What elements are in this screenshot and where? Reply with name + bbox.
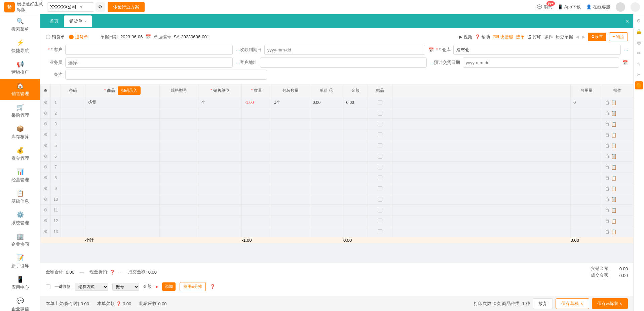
cell-goods-9[interactable] bbox=[85, 194, 159, 205]
copy-icon-1[interactable]: 📋 bbox=[611, 111, 617, 116]
copy-icon-5[interactable]: 📋 bbox=[611, 154, 617, 159]
cell-goods-5[interactable] bbox=[85, 151, 159, 162]
cell-action-8[interactable]: 🗑 📋 bbox=[602, 183, 633, 194]
logistics-btn[interactable]: + 物流 bbox=[609, 32, 628, 41]
due-date-calendar-icon[interactable]: 📅 bbox=[428, 47, 434, 52]
cell-gift-12[interactable] bbox=[368, 226, 392, 237]
sidebar-item-search[interactable]: 🔍 搜索菜单 bbox=[0, 14, 40, 36]
radio-return-order[interactable]: 退货单 bbox=[69, 34, 88, 40]
delete-icon-4[interactable]: 🗑 bbox=[605, 143, 610, 148]
cell-price-5[interactable] bbox=[310, 151, 343, 162]
cell-action-1[interactable]: 🗑 📋 bbox=[602, 108, 633, 119]
expected-date-input[interactable] bbox=[463, 57, 619, 68]
tab-close-all-btn[interactable]: × bbox=[626, 18, 629, 25]
cell-unit-4[interactable] bbox=[198, 140, 242, 151]
cell-goods-3[interactable] bbox=[85, 129, 159, 140]
customer-address-input[interactable] bbox=[260, 57, 427, 68]
cell-pkg-qty-3[interactable] bbox=[271, 129, 310, 140]
copy-icon-11[interactable]: 📋 bbox=[611, 218, 617, 224]
copy-icon-9[interactable]: 📋 bbox=[611, 197, 617, 202]
cell-unit-6[interactable] bbox=[198, 162, 242, 172]
delete-icon-3[interactable]: 🗑 bbox=[605, 132, 610, 138]
cell-goods-11[interactable] bbox=[85, 216, 159, 226]
cell-action-6[interactable]: 🗑 📋 bbox=[602, 162, 633, 172]
cell-unit-11[interactable] bbox=[198, 216, 242, 226]
cell-gift-6[interactable] bbox=[368, 162, 392, 172]
expected-date-calendar-icon[interactable]: 📅 bbox=[622, 60, 628, 65]
cell-qty-2[interactable] bbox=[242, 119, 271, 129]
customer-dots-btn[interactable]: ··· bbox=[236, 47, 240, 52]
cell-spec-7[interactable] bbox=[159, 172, 198, 183]
cell-settings-10[interactable]: ⚙ bbox=[41, 205, 51, 216]
salesman-dots-btn[interactable]: ··· bbox=[236, 60, 240, 65]
cell-barcode-0[interactable] bbox=[61, 97, 85, 108]
cell-settings-0[interactable]: ⚙ bbox=[41, 97, 51, 108]
cell-price-6[interactable] bbox=[310, 162, 343, 172]
cell-action-10[interactable]: 🗑 📋 bbox=[602, 205, 633, 216]
cell-gift-1[interactable] bbox=[368, 108, 392, 119]
cell-goods-1[interactable] bbox=[85, 108, 159, 119]
sidebar-item-system[interactable]: ⚙️ 系统管理 bbox=[0, 208, 40, 229]
cell-qty-7[interactable] bbox=[242, 172, 271, 183]
avatar[interactable] bbox=[616, 2, 625, 12]
cell-goods-4[interactable] bbox=[85, 140, 159, 151]
sidebar-item-quick-nav[interactable]: ⚡ 快捷导航 bbox=[0, 36, 40, 57]
cell-barcode-9[interactable] bbox=[61, 194, 85, 205]
cell-price-11[interactable] bbox=[310, 216, 343, 226]
right-panel-edit-btn[interactable]: ✏ bbox=[635, 49, 643, 57]
cell-qty-5[interactable] bbox=[242, 151, 271, 162]
copy-icon-0[interactable]: 📋 bbox=[611, 100, 617, 105]
cell-gift-10[interactable] bbox=[368, 205, 392, 216]
cell-barcode-3[interactable] bbox=[61, 129, 85, 140]
print-btn[interactable]: 🖨 打印 bbox=[527, 34, 541, 40]
cell-qty-10[interactable] bbox=[242, 205, 271, 216]
cell-qty-8[interactable] bbox=[242, 183, 271, 194]
cell-amount-1[interactable] bbox=[343, 108, 368, 119]
cell-pkg-qty-12[interactable] bbox=[271, 226, 310, 237]
cell-amount-10[interactable] bbox=[343, 205, 368, 216]
notes-input[interactable] bbox=[65, 70, 267, 80]
cell-amount-8[interactable] bbox=[343, 183, 368, 194]
right-panel-eye-btn[interactable]: ◎ bbox=[635, 38, 643, 46]
salesman-input[interactable] bbox=[65, 57, 233, 68]
cell-pkg-qty-6[interactable] bbox=[271, 162, 310, 172]
scan-btn[interactable]: 扫码录入 bbox=[118, 86, 141, 95]
customer-input[interactable] bbox=[65, 45, 233, 55]
cell-barcode-1[interactable] bbox=[61, 108, 85, 119]
product-type-item[interactable]: 打印次数: 0次 商品种类: 1 种 bbox=[474, 298, 530, 309]
messages-btn[interactable]: 💬 消息 99+ bbox=[537, 4, 552, 10]
settings-gear-btn[interactable]: ⚙ bbox=[96, 2, 105, 12]
copy-icon-6[interactable]: 📋 bbox=[611, 164, 617, 170]
cell-qty-9[interactable] bbox=[242, 194, 271, 205]
cell-goods-8[interactable] bbox=[85, 183, 159, 194]
cell-gift-11[interactable] bbox=[368, 216, 392, 226]
delete-icon-1[interactable]: 🗑 bbox=[605, 111, 610, 116]
account-select[interactable]: 账号 bbox=[112, 283, 139, 291]
cell-goods-12[interactable] bbox=[85, 226, 159, 237]
cell-action-3[interactable]: 🗑 📋 bbox=[602, 129, 633, 140]
delete-icon-10[interactable]: 🗑 bbox=[605, 207, 610, 213]
copy-icon-10[interactable]: 📋 bbox=[611, 207, 617, 213]
cell-qty-12[interactable] bbox=[242, 226, 271, 237]
cell-unit-9[interactable] bbox=[198, 194, 242, 205]
cell-settings-4[interactable]: ⚙ bbox=[41, 140, 51, 151]
operate-btn[interactable]: 操作 bbox=[544, 34, 553, 40]
cell-gift-0[interactable] bbox=[368, 97, 392, 108]
cell-spec-6[interactable] bbox=[159, 162, 198, 172]
settings-btn[interactable]: ⚙设置 bbox=[588, 33, 606, 41]
copy-icon-3[interactable]: 📋 bbox=[611, 132, 617, 138]
tab-sales-order[interactable]: 销货单 × bbox=[64, 15, 92, 27]
cell-unit-12[interactable] bbox=[198, 226, 242, 237]
radio-sales-order[interactable]: 销货单 bbox=[46, 34, 65, 40]
cell-amount-4[interactable] bbox=[343, 140, 368, 151]
right-panel-cut-btn[interactable]: ✂ bbox=[635, 71, 643, 79]
cell-price-7[interactable] bbox=[310, 172, 343, 183]
shortcut-btn[interactable]: ⌨ 快捷键 bbox=[493, 34, 513, 40]
cell-amount-0[interactable]: 0.00 bbox=[343, 97, 368, 108]
warehouse-input[interactable] bbox=[453, 45, 621, 55]
cell-pkg-qty-8[interactable] bbox=[271, 183, 310, 194]
cell-gift-8[interactable] bbox=[368, 183, 392, 194]
one-click-checkbox[interactable] bbox=[46, 284, 50, 289]
cell-price-10[interactable] bbox=[310, 205, 343, 216]
cell-spec-5[interactable] bbox=[159, 151, 198, 162]
